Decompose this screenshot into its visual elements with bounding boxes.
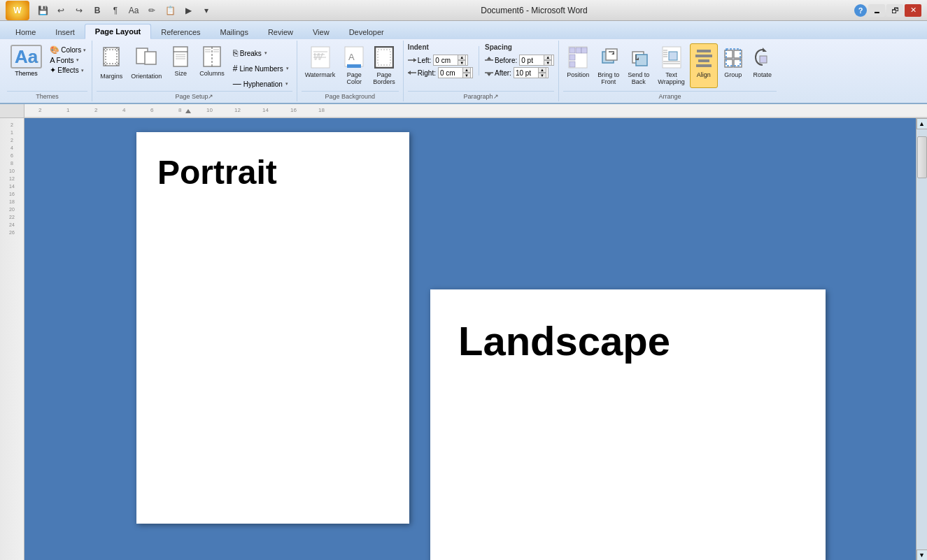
document-canvas[interactable]: Portrait Landscape bbox=[24, 118, 916, 560]
font-quick-btn[interactable]: Aa bbox=[126, 3, 141, 18]
svg-rect-38 bbox=[576, 48, 581, 53]
bold-quick-btn[interactable]: B bbox=[90, 3, 105, 18]
svg-text:14: 14 bbox=[262, 107, 269, 113]
vertical-scrollbar[interactable]: ▲ ▼ bbox=[916, 118, 927, 560]
qat-expand-btn[interactable]: ▾ bbox=[199, 3, 214, 18]
line-numbers-label: Line Numbers bbox=[239, 65, 283, 73]
indent-right-spin[interactable]: ▲ ▼ bbox=[462, 67, 471, 78]
tab-view[interactable]: View bbox=[303, 25, 339, 39]
scroll-thumb[interactable] bbox=[917, 136, 927, 178]
tab-developer[interactable]: Developer bbox=[339, 25, 394, 39]
svg-rect-40 bbox=[569, 55, 575, 60]
colors-button[interactable]: 🎨 Colors ▾ bbox=[48, 45, 87, 55]
margins-button[interactable]: Margins bbox=[97, 43, 126, 82]
colors-dropdown-arrow: ▾ bbox=[83, 48, 86, 53]
help-button[interactable]: ? bbox=[854, 4, 867, 17]
page-setup-expand-arrow[interactable]: ↗ bbox=[208, 93, 213, 100]
tab-insert[interactable]: Insert bbox=[45, 25, 85, 39]
indent-right-up[interactable]: ▲ bbox=[462, 67, 471, 73]
spacing-before-spin[interactable]: ▲ ▼ bbox=[544, 55, 552, 66]
window-title: Document6 - Microsoft Word bbox=[214, 6, 854, 15]
position-button[interactable]: Position bbox=[563, 43, 593, 88]
text-wrapping-button[interactable]: TextWrapping bbox=[654, 43, 688, 88]
spacing-after-up[interactable]: ▲ bbox=[538, 67, 546, 73]
tab-page-layout[interactable]: Page Layout bbox=[85, 24, 151, 39]
send-to-back-button[interactable]: Send toBack bbox=[624, 43, 653, 88]
group-button[interactable]: Group bbox=[719, 43, 747, 88]
close-button[interactable]: ✕ bbox=[905, 4, 921, 17]
indent-right-label: Right: bbox=[408, 69, 436, 77]
svg-text:12: 12 bbox=[234, 107, 241, 113]
themes-sub-buttons: 🎨 Colors ▾ A Fonts ▾ ✦ Effects ▾ bbox=[48, 45, 87, 76]
spacing-before-label: Before: bbox=[485, 57, 517, 64]
hyphenation-button[interactable]: — Hyphenation ▾ bbox=[229, 77, 292, 91]
page-borders-button[interactable]: PageBorders bbox=[369, 43, 399, 88]
indent-left-down[interactable]: ▼ bbox=[458, 60, 466, 66]
columns-button[interactable]: Columns bbox=[196, 43, 228, 80]
rotate-button[interactable]: Rotate bbox=[749, 43, 777, 88]
pilcrow-quick-btn[interactable]: ¶ bbox=[108, 3, 123, 18]
indent-section: Indent Left: 0 cm ▲ ▼ bbox=[408, 43, 473, 78]
scroll-track[interactable] bbox=[917, 129, 927, 550]
themes-button[interactable]: Aa Themes bbox=[7, 42, 45, 80]
hyphenation-label: Hyphenation bbox=[243, 80, 283, 88]
tab-home[interactable]: Home bbox=[6, 25, 45, 39]
size-button[interactable]: Size bbox=[167, 43, 194, 80]
minimize-button[interactable]: 🗕 bbox=[868, 4, 885, 17]
landscape-page: Landscape bbox=[430, 289, 826, 560]
spacing-after-down[interactable]: ▼ bbox=[538, 73, 546, 78]
undo-quick-btn[interactable]: ↩ bbox=[53, 3, 69, 18]
tab-review[interactable]: Review bbox=[258, 25, 303, 39]
spacing-after-field[interactable]: 10 pt ▲ ▼ bbox=[514, 67, 549, 78]
fonts-button[interactable]: A Fonts ▾ bbox=[48, 55, 87, 65]
indent-right-field[interactable]: 0 cm ▲ ▼ bbox=[438, 67, 473, 78]
align-icon bbox=[694, 46, 714, 70]
orientation-button[interactable]: Orientation bbox=[127, 43, 165, 82]
scroll-up-button[interactable]: ▲ bbox=[917, 118, 928, 129]
svg-marker-33 bbox=[487, 57, 491, 59]
align-button[interactable]: Align bbox=[690, 43, 718, 88]
spacing-before-up[interactable]: ▲ bbox=[544, 55, 552, 60]
scroll-down-button[interactable]: ▼ bbox=[917, 550, 928, 560]
svg-text:2: 2 bbox=[38, 107, 42, 113]
save-quick-btn[interactable]: 💾 bbox=[35, 3, 50, 18]
indent-left-up[interactable]: ▲ bbox=[458, 55, 466, 60]
svg-text:4: 4 bbox=[122, 107, 126, 113]
pen-quick-btn[interactable]: ✏ bbox=[144, 3, 160, 18]
spacing-after-spin[interactable]: ▲ ▼ bbox=[538, 67, 546, 78]
tab-references[interactable]: References bbox=[151, 25, 210, 39]
page-setup-group-label: Page Setup ↗ bbox=[97, 91, 292, 100]
redo-quick-btn[interactable]: ↪ bbox=[71, 3, 87, 18]
hyphenation-icon: — bbox=[233, 79, 241, 89]
columns-icon bbox=[203, 46, 221, 69]
svg-text:10: 10 bbox=[206, 107, 213, 113]
spacing-before-down[interactable]: ▼ bbox=[544, 60, 552, 66]
clipboard-quick-btn[interactable]: 📋 bbox=[162, 3, 178, 18]
spacing-before-field[interactable]: 0 pt ▲ ▼ bbox=[519, 55, 554, 66]
horizontal-ruler: 2 1 2 4 6 8 10 12 14 16 18 bbox=[24, 104, 927, 118]
maximize-button[interactable]: 🗗 bbox=[886, 4, 903, 17]
arrange-group-label: Arrange bbox=[563, 91, 776, 100]
breaks-button[interactable]: ⎘ Breaks ▾ bbox=[229, 46, 292, 60]
svg-rect-41 bbox=[569, 62, 575, 67]
size-label: Size bbox=[174, 70, 187, 77]
page-color-button[interactable]: A PageColor bbox=[340, 43, 368, 88]
effects-button[interactable]: ✦ Effects ▾ bbox=[48, 65, 87, 76]
paragraph-divider bbox=[479, 46, 479, 76]
svg-rect-6 bbox=[145, 52, 156, 64]
tab-mailings[interactable]: Mailings bbox=[211, 25, 258, 39]
indent-left-spin[interactable]: ▲ ▼ bbox=[458, 55, 466, 66]
indent-right-down[interactable]: ▼ bbox=[462, 73, 471, 78]
svg-text:18: 18 bbox=[318, 107, 325, 113]
play-quick-btn[interactable]: ▶ bbox=[181, 3, 196, 18]
paragraph-expand-arrow[interactable]: ↗ bbox=[493, 93, 499, 100]
watermark-label: Watermark bbox=[305, 71, 336, 78]
indent-left-field[interactable]: 0 cm ▲ ▼ bbox=[433, 55, 468, 66]
paragraph-group-label: Paragraph ↗ bbox=[408, 91, 554, 100]
svg-rect-37 bbox=[569, 48, 575, 53]
bring-to-front-button[interactable]: Bring toFront bbox=[594, 43, 623, 88]
line-numbers-button[interactable]: # Line Numbers ▾ bbox=[229, 62, 292, 76]
watermark-button[interactable]: W Watermark bbox=[302, 43, 339, 81]
svg-rect-69 bbox=[24, 104, 927, 116]
office-button[interactable]: W bbox=[6, 1, 29, 20]
